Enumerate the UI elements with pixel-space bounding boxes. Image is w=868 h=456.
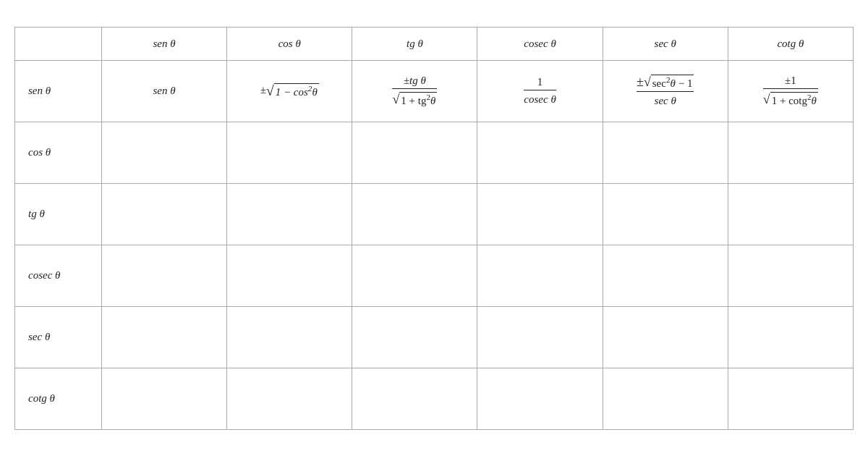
cell-tg-tg: [352, 183, 477, 245]
header-cosec: cosec θ: [477, 27, 603, 60]
header-sec: sec θ: [603, 27, 728, 60]
row-label-cotg: cotg θ: [15, 368, 102, 429]
row-cosec: cosec θ: [15, 245, 854, 306]
header-tg: tg θ: [352, 27, 477, 60]
cell-sec-cos: [227, 306, 352, 368]
cell-cosec-cotg: [728, 245, 853, 306]
cell-cos-sen: [102, 122, 227, 183]
header-row: sen θ cos θ tg θ cosec θ sec θ cotg θ: [15, 27, 854, 60]
cell-tg-sen: [102, 183, 227, 245]
cell-sec-cotg: [728, 306, 853, 368]
cell-cos-cotg: [728, 122, 853, 183]
cell-cosec-cos: [227, 245, 352, 306]
cell-cotg-cosec: [477, 368, 603, 429]
cell-sen-cos: ± √1 − cos2θ: [227, 60, 352, 122]
row-cotg: cotg θ: [15, 368, 854, 429]
cell-sec-sen: [102, 306, 227, 368]
cell-tg-cos: [227, 183, 352, 245]
cell-cos-cosec: [477, 122, 603, 183]
cell-cosec-tg: [352, 245, 477, 306]
cell-sec-sec: [603, 306, 728, 368]
row-label-cosec: cosec θ: [15, 245, 102, 306]
cell-cosec-sec: [603, 245, 728, 306]
cell-cotg-cotg: [728, 368, 853, 429]
header-cos: cos θ: [227, 27, 352, 60]
row-tg: tg θ: [15, 183, 854, 245]
header-sen: sen θ: [102, 27, 227, 60]
cell-cosec-cosec: [477, 245, 603, 306]
row-cos: cos θ: [15, 122, 854, 183]
row-label-sen: sen θ: [15, 60, 102, 122]
row-sen: sen θ sen θ ± √1 − cos2θ ±tg θ √1 + tg2θ: [15, 60, 854, 122]
cell-cotg-tg: [352, 368, 477, 429]
row-label-tg: tg θ: [15, 183, 102, 245]
row-label-cos: cos θ: [15, 122, 102, 183]
cell-tg-cotg: [728, 183, 853, 245]
row-sec: sec θ: [15, 306, 854, 368]
header-cotg: cotg θ: [728, 27, 853, 60]
trig-identity-table: sen θ cos θ tg θ cosec θ sec θ cotg θ se…: [14, 27, 854, 430]
cell-cos-sec: [603, 122, 728, 183]
cell-cotg-sec: [603, 368, 728, 429]
header-empty-cell: [15, 27, 102, 60]
cell-tg-cosec: [477, 183, 603, 245]
cell-tg-sec: [603, 183, 728, 245]
cell-cosec-sen: [102, 245, 227, 306]
cell-sen-sec: ±√sec2θ − 1 sec θ: [603, 60, 728, 122]
cell-sen-cosec: 1 cosec θ: [477, 60, 603, 122]
cell-cos-cos: [227, 122, 352, 183]
cell-sec-cosec: [477, 306, 603, 368]
cell-sen-cotg: ±1 √1 + cotg2θ: [728, 60, 853, 122]
cell-sen-tg: ±tg θ √1 + tg2θ: [352, 60, 477, 122]
row-label-sec: sec θ: [15, 306, 102, 368]
cell-sen-sen: sen θ: [102, 60, 227, 122]
cell-sec-tg: [352, 306, 477, 368]
cell-cotg-sen: [102, 368, 227, 429]
cell-cotg-cos: [227, 368, 352, 429]
trig-table-wrapper: sen θ cos θ tg θ cosec θ sec θ cotg θ se…: [14, 27, 854, 430]
cell-cos-tg: [352, 122, 477, 183]
